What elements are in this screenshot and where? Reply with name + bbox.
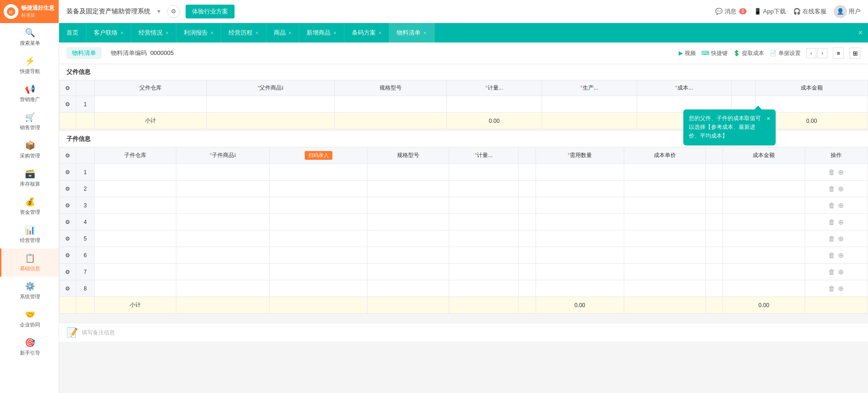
tab-product[interactable]: 商品 × xyxy=(266,23,299,42)
row-settings[interactable]: ⚙ xyxy=(60,96,76,113)
copy-icon[interactable]: ⊕ xyxy=(838,284,844,293)
row-unit[interactable] xyxy=(447,96,542,113)
row-production[interactable] xyxy=(542,96,637,113)
child-row-unit[interactable] xyxy=(449,230,518,247)
child-row-spec[interactable] xyxy=(368,280,449,297)
single-settings-action[interactable]: 📄 单据设置 xyxy=(770,49,801,57)
child-row-warehouse[interactable] xyxy=(95,181,176,197)
sidebar-item-purchase[interactable]: 📦 采购管理 xyxy=(0,136,59,164)
row-product[interactable] xyxy=(206,96,334,113)
child-row-unit-cost[interactable] xyxy=(624,264,705,280)
child-row-settings[interactable]: ⚙ xyxy=(60,214,76,230)
child-row-spec[interactable] xyxy=(368,197,449,214)
copy-icon[interactable]: ⊕ xyxy=(838,268,844,276)
online-service-button[interactable]: 🎧 在线客服 xyxy=(793,7,826,16)
child-row-spec[interactable] xyxy=(368,164,449,181)
sidebar-item-marketing[interactable]: 📢 营销推广 xyxy=(0,79,59,108)
copy-icon[interactable]: ⊕ xyxy=(838,201,844,210)
view-action[interactable]: ▶ 视频 xyxy=(679,49,696,57)
tab-new-product[interactable]: 新增商品 × xyxy=(299,23,344,42)
child-row-product[interactable] xyxy=(176,230,270,247)
nav-close-all[interactable]: × xyxy=(853,29,868,37)
grid-view-button[interactable]: ⊞ xyxy=(850,48,861,59)
next-page-button[interactable]: › xyxy=(817,48,827,58)
child-row-unit[interactable] xyxy=(449,197,518,214)
tooltip-close-button[interactable]: × xyxy=(766,114,770,124)
copy-icon[interactable]: ⊕ xyxy=(838,235,844,243)
tab-customer[interactable]: 客户联络 × xyxy=(86,23,131,42)
delete-icon[interactable]: 🗑 xyxy=(828,268,835,276)
tab-profit[interactable]: 利润报告 × xyxy=(176,23,221,42)
child-row-settings[interactable]: ⚙ xyxy=(60,197,76,214)
child-row-unit-cost[interactable] xyxy=(624,280,705,297)
child-row-spec[interactable] xyxy=(368,230,449,247)
child-row-warehouse[interactable] xyxy=(95,280,176,297)
child-row-settings[interactable]: ⚙ xyxy=(60,280,76,297)
row-warehouse[interactable] xyxy=(95,96,207,113)
delete-icon[interactable]: 🗑 xyxy=(828,201,835,209)
child-row-warehouse[interactable] xyxy=(95,214,176,230)
copy-icon[interactable]: ⊕ xyxy=(838,251,844,260)
gear-button[interactable]: ⚙ xyxy=(167,5,180,18)
app-download-button[interactable]: 📱 App下载 xyxy=(754,7,786,16)
child-row-settings[interactable]: ⚙ xyxy=(60,264,76,280)
delete-icon[interactable]: 🗑 xyxy=(828,218,835,226)
shortcut-action[interactable]: ⌨ 快捷键 xyxy=(701,49,728,57)
trial-button[interactable]: 体验行业方案 xyxy=(186,5,235,18)
child-row-spec[interactable] xyxy=(368,214,449,230)
tab-operations-status[interactable]: 经营情况 × xyxy=(131,23,176,42)
tab-new-product-close[interactable]: × xyxy=(333,30,336,36)
sidebar-item-quick-nav[interactable]: ⚡ 快捷导航 xyxy=(0,51,59,79)
child-row-settings[interactable]: ⚙ xyxy=(60,247,76,264)
child-row-unit[interactable] xyxy=(449,164,518,181)
child-row-unit[interactable] xyxy=(449,264,518,280)
tab-barcode[interactable]: 条码方案 × xyxy=(344,23,389,42)
extract-cost-action[interactable]: 💲 提取成本 xyxy=(733,49,764,57)
child-row-product[interactable] xyxy=(176,280,270,297)
tab-history-close[interactable]: × xyxy=(255,30,258,36)
parent-col-settings[interactable]: ⚙ xyxy=(60,80,76,96)
scan-button[interactable]: 扫码录入 xyxy=(305,151,332,160)
tab-home[interactable]: 首页 xyxy=(59,23,86,42)
sidebar-item-basic-info[interactable]: 📋 基础信息 xyxy=(0,248,59,277)
child-row-unit-cost[interactable] xyxy=(624,164,705,181)
child-row-settings[interactable]: ⚙ xyxy=(60,164,76,181)
child-row-qty[interactable] xyxy=(536,164,624,181)
copy-icon[interactable]: ⊕ xyxy=(838,168,844,176)
sidebar-item-search[interactable]: 🔍 搜索菜单 xyxy=(0,23,59,51)
sidebar-item-inventory[interactable]: 🗃️ 库存核算 xyxy=(0,164,59,192)
delete-icon[interactable]: 🗑 xyxy=(828,168,835,176)
delete-icon[interactable]: 🗑 xyxy=(828,284,835,292)
sidebar-item-finance[interactable]: 💰 资金管理 xyxy=(0,192,59,220)
child-row-spec[interactable] xyxy=(368,264,449,280)
child-row-warehouse[interactable] xyxy=(95,247,176,264)
child-row-unit[interactable] xyxy=(449,214,518,230)
tab-profit-close[interactable]: × xyxy=(211,30,213,36)
sidebar-item-enterprise[interactable]: 🤝 企业协同 xyxy=(0,305,59,333)
delete-icon[interactable]: 🗑 xyxy=(828,185,835,193)
list-view-button[interactable]: ≡ xyxy=(833,48,844,59)
message-button[interactable]: 💬 消息 6 xyxy=(715,7,747,16)
child-row-qty[interactable] xyxy=(536,197,624,214)
child-row-qty[interactable] xyxy=(536,280,624,297)
child-row-settings[interactable]: ⚙ xyxy=(60,181,76,197)
sub-tab-bom-list[interactable]: 物料清单 xyxy=(66,47,102,59)
child-row-settings[interactable]: ⚙ xyxy=(60,230,76,247)
child-row-warehouse[interactable] xyxy=(95,197,176,214)
tab-ops-close[interactable]: × xyxy=(165,30,168,36)
child-row-qty[interactable] xyxy=(536,214,624,230)
child-row-qty[interactable] xyxy=(536,230,624,247)
child-row-warehouse[interactable] xyxy=(95,164,176,181)
child-row-unit-cost[interactable] xyxy=(624,181,705,197)
child-row-qty[interactable] xyxy=(536,181,624,197)
child-row-unit[interactable] xyxy=(449,280,518,297)
child-row-spec[interactable] xyxy=(368,247,449,264)
child-row-unit-cost[interactable] xyxy=(624,247,705,264)
tab-bom-close[interactable]: × xyxy=(423,30,426,36)
child-col-settings[interactable]: ⚙ xyxy=(60,147,76,164)
child-row-spec[interactable] xyxy=(368,181,449,197)
child-row-product[interactable] xyxy=(176,181,270,197)
delete-icon[interactable]: 🗑 xyxy=(828,251,835,259)
tab-product-close[interactable]: × xyxy=(289,30,291,36)
child-row-product[interactable] xyxy=(176,197,270,214)
